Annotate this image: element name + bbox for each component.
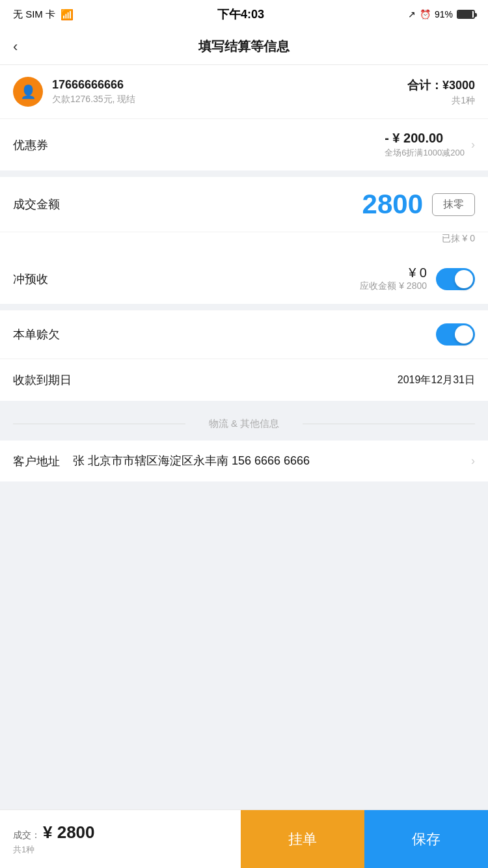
deal-amount-row: 成交金额 2800 抹零 xyxy=(0,177,488,232)
total-count: 共1种 xyxy=(407,95,475,107)
location-icon: ↗ xyxy=(408,9,416,20)
round-button[interactable]: 抹零 xyxy=(432,193,475,216)
coupon-info: - ¥ 200.00 全场6折满1000减200 xyxy=(385,131,465,159)
save-button[interactable]: 保存 xyxy=(364,810,488,869)
avatar: 👤 xyxy=(13,77,43,107)
due-date-row: 收款到期日 2019年12月31日 xyxy=(0,359,488,401)
alarm-icon: ⏰ xyxy=(420,9,431,20)
footer-total-row: 成交： ¥ 2800 xyxy=(13,822,228,843)
status-bar: 无 SIM 卡 📶 下午4:03 ↗ ⏰ 91% xyxy=(0,0,488,29)
logistics-separator: 物流 & 其他信息 xyxy=(0,407,488,441)
main-content: 👤 17666666666 欠款1276.35元, 现结 合计：¥3000 共1… xyxy=(0,65,488,566)
debt-section: 本单赊欠 收款到期日 2019年12月31日 xyxy=(0,310,488,401)
footer-info: 成交： ¥ 2800 共1种 xyxy=(0,822,241,856)
logistics-label: 物流 & 其他信息 xyxy=(209,418,279,430)
footer-total-label: 成交： xyxy=(13,830,40,841)
due-date-value: 2019年12月31日 xyxy=(398,373,475,387)
debt-toggle[interactable] xyxy=(436,323,475,346)
coupon-desc: 全场6折满1000减200 xyxy=(385,147,465,159)
customer-card: 👤 17666666666 欠款1276.35元, 现结 合计：¥3000 共1… xyxy=(0,65,488,170)
erased-row: 已抹 ¥ 0 xyxy=(0,232,488,254)
coupon-row[interactable]: 优惠券 - ¥ 200.00 全场6折满1000减200 › xyxy=(0,119,488,170)
receivable-label: 应收金额 ¥ 2800 xyxy=(360,280,427,292)
prepay-toggle[interactable] xyxy=(436,268,475,290)
address-label: 客户地址 xyxy=(13,454,60,469)
address-value: 张 北京市市辖区海淀区永丰南 156 6666 6666 xyxy=(73,452,466,470)
carrier-label: 无 SIM 卡 xyxy=(13,8,55,21)
customer-left: 👤 17666666666 欠款1276.35元, 现结 xyxy=(13,77,135,107)
prepay-info: ¥ 0 应收金额 ¥ 2800 xyxy=(360,265,427,292)
bottom-space xyxy=(0,488,488,566)
toggle-knob xyxy=(455,270,473,288)
address-row[interactable]: 客户地址 张 北京市市辖区海淀区永丰南 156 6666 6666 › xyxy=(0,441,488,481)
customer-debt: 欠款1276.35元, 现结 xyxy=(52,94,135,105)
footer-amount: ¥ 2800 xyxy=(43,822,95,843)
footer-count: 共1种 xyxy=(13,844,228,856)
prepay-amount: ¥ 0 xyxy=(360,265,427,280)
status-right: ↗ ⏰ 91% xyxy=(408,9,475,20)
wifi-icon: 📶 xyxy=(61,8,74,21)
address-arrow-icon: › xyxy=(471,454,475,468)
separator-line-left xyxy=(13,424,185,424)
coupon-arrow-icon: › xyxy=(471,138,475,152)
coupon-label: 优惠券 xyxy=(13,137,48,153)
status-left: 无 SIM 卡 📶 xyxy=(13,8,74,21)
customer-row: 👤 17666666666 欠款1276.35元, 现结 合计：¥3000 共1… xyxy=(0,65,488,119)
customer-phone: 17666666666 xyxy=(52,78,135,92)
deal-amount-value: 2800 xyxy=(362,189,423,220)
battery-percent: 91% xyxy=(435,9,453,20)
amount-section: 成交金额 2800 抹零 已抹 ¥ 0 冲预收 ¥ 0 应收金额 ¥ 2800 xyxy=(0,177,488,304)
page-title: 填写结算等信息 xyxy=(198,38,290,55)
erased-label: 已抹 ¥ 0 xyxy=(442,233,475,243)
customer-right: 合计：¥3000 共1种 xyxy=(407,77,475,107)
deal-amount-label: 成交金额 xyxy=(13,197,60,212)
separator-line-right xyxy=(303,424,475,424)
hold-button[interactable]: 挂单 xyxy=(241,810,364,869)
prepay-row: 冲预收 ¥ 0 应收金额 ¥ 2800 xyxy=(0,254,488,304)
prepay-label: 冲预收 xyxy=(13,271,48,287)
customer-info: 17666666666 欠款1276.35元, 现结 xyxy=(52,78,135,105)
debt-toggle-knob xyxy=(455,325,473,344)
due-date-label: 收款到期日 xyxy=(13,372,72,388)
back-button[interactable]: ‹ xyxy=(13,38,18,55)
nav-bar: ‹ 填写结算等信息 xyxy=(0,29,488,65)
coupon-right: - ¥ 200.00 全场6折满1000减200 › xyxy=(385,131,475,159)
address-section: 客户地址 张 北京市市辖区海淀区永丰南 156 6666 6666 › xyxy=(0,441,488,481)
total-amount: 合计：¥3000 xyxy=(407,77,475,93)
prepay-right: ¥ 0 应收金额 ¥ 2800 xyxy=(360,265,475,292)
debt-row: 本单赊欠 xyxy=(0,310,488,359)
status-time: 下午4:03 xyxy=(217,7,264,22)
debt-label: 本单赊欠 xyxy=(13,327,60,342)
footer: 成交： ¥ 2800 共1种 挂单 保存 xyxy=(0,809,488,868)
deal-amount-right: 2800 抹零 xyxy=(362,189,475,220)
coupon-discount: - ¥ 200.00 xyxy=(385,131,465,146)
battery-icon xyxy=(457,10,475,19)
